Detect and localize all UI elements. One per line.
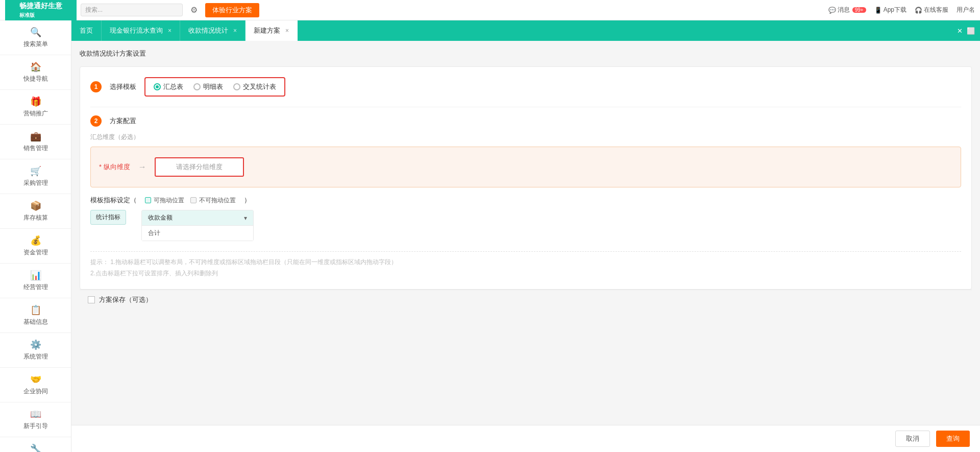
tip-1: 提示： 1.拖动标题栏可以调整布局，不可跨维度或指标区域拖动栏目段（只能在同一维… (90, 257, 961, 268)
settings-icon[interactable]: ⚙ (187, 3, 201, 17)
download-label: App下载 (884, 6, 906, 14)
sidebar-item-sales[interactable]: 💼 销售管理 (0, 125, 71, 159)
sidebar-item-finance[interactable]: 💰 资金管理 (0, 229, 71, 264)
template-detail-label: 明细表 (203, 82, 223, 91)
sidebar-label-enterprise: 企业协同 (23, 387, 48, 396)
tab-cashflow-close[interactable]: × (168, 27, 172, 34)
tab-bar: 首页 现金银行流水查询 × 收款情况统计 × 新建方案 × ✕ ⬜ (71, 20, 980, 41)
user-item[interactable]: 用户名 (957, 6, 975, 14)
sidebar-item-marketing[interactable]: 🎁 营销推广 (0, 90, 71, 125)
sidebar-label-home: 快捷导航 (23, 75, 48, 83)
search-icon: 🔍 (30, 27, 41, 38)
legend-movable: 可拖动位置 (145, 196, 184, 205)
tab-spacer (298, 20, 952, 41)
template-summary[interactable]: 汇总表 (154, 82, 183, 91)
sidebar-label-finance: 资金管理 (23, 248, 48, 257)
query-button[interactable]: 查询 (936, 431, 970, 447)
industry-button[interactable]: 体验行业方案 (205, 3, 259, 17)
metrics-table: 收款金额 ▾ 合计 (141, 210, 254, 241)
sidebar-item-basic-info[interactable]: 📋 基础信息 (0, 298, 71, 333)
save-option-bar: 方案保存（可选） (80, 290, 972, 310)
page-title: 收款情况统计方案设置 (80, 49, 972, 58)
tips-section: 提示： 1.拖动标题栏可以调整布局，不可跨维度或指标区域拖动栏目段（只能在同一维… (90, 251, 961, 279)
management-icon: 📊 (30, 270, 41, 281)
template-cross[interactable]: 交叉统计表 (233, 82, 276, 91)
sidebar-label-purchase: 采购管理 (23, 179, 48, 187)
dimension-section-text: 汇总维度（必选） (90, 133, 139, 140)
save-checkbox[interactable] (88, 296, 95, 303)
legend-fixed-label: 不可拖动位置 (199, 196, 236, 205)
save-label: 方案保存（可选） (99, 295, 152, 304)
cancel-button[interactable]: 取消 (895, 431, 930, 447)
message-badge: 99+ (852, 7, 866, 13)
metrics-table-header-label: 收款金额 (148, 213, 173, 222)
metrics-header: 模板指标设定（ 可拖动位置 不可拖动位置 (90, 196, 961, 205)
sidebar-item-guide[interactable]: 📖 新手引导 (0, 402, 71, 437)
metrics-table-header: 收款金额 ▾ (142, 210, 253, 226)
step2-label: 方案配置 (110, 116, 136, 126)
sidebar-item-system[interactable]: ⚙️ 系统管理 (0, 333, 71, 368)
purchase-icon: 🛒 (30, 165, 41, 177)
sidebar-item-enterprise[interactable]: 🤝 企业协同 (0, 368, 71, 402)
app-edition: 标准版 (19, 12, 62, 19)
user-name: 用户名 (957, 6, 975, 14)
tab-new-plan[interactable]: 新建方案 × (246, 20, 298, 41)
search-input[interactable]: 搜索... (81, 4, 183, 16)
metrics-tables-area: 统计指标 收款金额 ▾ 合计 (90, 210, 961, 241)
legend-fixed: 不可拖动位置 (190, 196, 236, 205)
maximize-icon[interactable]: ⬜ (967, 27, 975, 35)
tab-receipts[interactable]: 收款情况统计 × (180, 20, 246, 41)
dimension-placeholder[interactable]: 请选择分组维度 (155, 157, 244, 177)
template-detail[interactable]: 明细表 (193, 82, 223, 91)
template-cross-label: 交叉统计表 (243, 82, 276, 91)
step1-row: 1 选择模板 汇总表 明细表 交叉统计表 (90, 77, 961, 97)
tab-receipts-close[interactable]: × (233, 27, 237, 34)
sidebar-item-management[interactable]: 📊 经营管理 (0, 264, 71, 298)
minimize-icon[interactable]: ✕ (957, 27, 963, 35)
top-right-area: 💬 消息 99+ 📱 App下载 🎧 在线客服 用户名 (828, 6, 975, 14)
sidebar-item-inventory[interactable]: 📦 库存核算 (0, 194, 71, 229)
page-content: 收款情况统计方案设置 1 选择模板 汇总表 明细表 (71, 41, 980, 425)
top-bar: 畅捷通好生意 标准版 搜索... ⚙ 体验行业方案 💬 消息 99+ 📱 App… (0, 0, 980, 20)
tab-new-plan-close[interactable]: × (285, 27, 289, 34)
metrics-dropdown-icon[interactable]: ▾ (244, 215, 247, 222)
home-icon: 🏠 (30, 61, 41, 73)
tab-actions: ✕ ⬜ (952, 20, 980, 41)
enterprise-icon: 🤝 (30, 374, 41, 385)
sidebar: 🔍 搜索菜单 🏠 快捷导航 🎁 营销推广 💼 销售管理 🛒 采购管理 📦 库存核… (0, 20, 71, 452)
radio-summary-dot (154, 83, 161, 90)
step2-section: 汇总维度（必选） 纵向维度 请选择分组维度 模板指标设定（ (90, 133, 961, 279)
message-item[interactable]: 💬 消息 99+ (828, 6, 866, 14)
sidebar-item-hardware[interactable]: 🔧 智能硬件 (0, 437, 71, 452)
service-item[interactable]: 🎧 在线客服 (915, 6, 948, 14)
app-logo: 畅捷通好生意 标准版 (5, 0, 77, 20)
app-name: 畅捷通好生意 (19, 2, 62, 11)
download-icon: 📱 (874, 7, 882, 14)
sidebar-item-search[interactable]: 🔍 搜索菜单 (0, 20, 71, 55)
sidebar-label-inventory: 库存核算 (23, 213, 48, 222)
stats-label: 统计指标 (90, 210, 126, 225)
step2-badge: 2 (90, 115, 102, 127)
service-label: 在线客服 (924, 6, 948, 14)
search-placeholder: 搜索... (85, 6, 103, 14)
sidebar-label-sales: 销售管理 (23, 144, 48, 153)
message-label: 消息 (838, 6, 850, 14)
main-layout: 🔍 搜索菜单 🏠 快捷导航 🎁 营销推广 💼 销售管理 🛒 采购管理 📦 库存核… (0, 20, 980, 452)
vertical-dim-label: 纵向维度 (99, 162, 130, 172)
divider (90, 107, 961, 107)
sidebar-label-marketing: 营销推广 (23, 109, 48, 118)
tab-home[interactable]: 首页 (71, 20, 102, 41)
main-card: 1 选择模板 汇总表 明细表 交叉统计表 (80, 66, 972, 290)
sidebar-item-home[interactable]: 🏠 快捷导航 (0, 55, 71, 90)
sidebar-label-search: 搜索菜单 (23, 40, 48, 49)
tab-cashflow[interactable]: 现金银行流水查询 × (102, 20, 180, 41)
step1-badge: 1 (90, 81, 102, 92)
sidebar-item-purchase[interactable]: 🛒 采购管理 (0, 159, 71, 194)
tab-new-plan-label: 新建方案 (254, 26, 280, 35)
legend-movable-dot (145, 197, 151, 203)
metrics-table-row: 合计 (142, 226, 253, 241)
search-bar-area: 搜索... ⚙ 体验行业方案 (81, 3, 824, 17)
radio-detail-dot (193, 83, 201, 90)
action-bar: 取消 查询 (71, 425, 980, 452)
download-item[interactable]: 📱 App下载 (874, 6, 906, 14)
